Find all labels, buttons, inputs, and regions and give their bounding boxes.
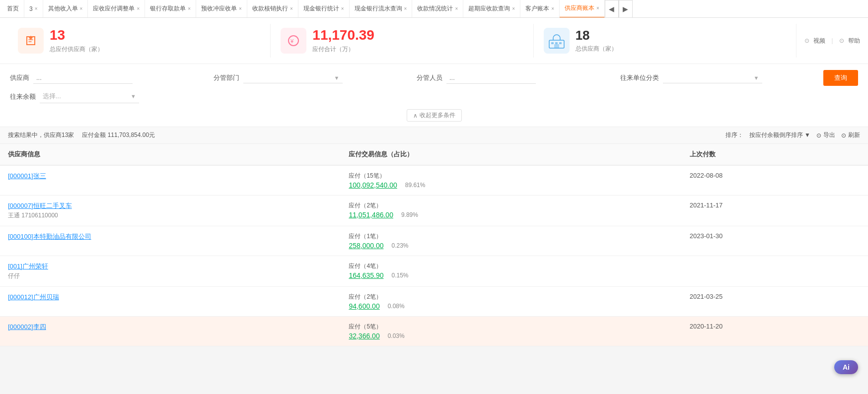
export-button[interactable]: ⊙ 导出	[816, 131, 835, 139]
summary-bar: 13 总应付供应商（家） ¥ 11,170.39 应付合计（万）	[0, 18, 868, 64]
nav-tab-cash-bank-stat-close[interactable]: ×	[341, 6, 344, 11]
query-button[interactable]: 查询	[823, 70, 858, 86]
nav-tab-supplier-ledger-close[interactable]: ×	[596, 5, 599, 11]
filter-person: 分管人员	[417, 72, 612, 84]
supplier-filter-label: 供应商	[10, 73, 29, 82]
payable-amount-4[interactable]: 164,635.90	[349, 271, 383, 279]
total-payable-info: 11,170.39 应付合计（万）	[312, 28, 374, 54]
supplier-link-4[interactable]: [001]广州荣轩	[8, 262, 349, 271]
person-filter-input[interactable]	[446, 72, 536, 84]
payable-amount-1[interactable]: 100,092,540.00	[349, 181, 397, 189]
nav-tab-collection-stat[interactable]: 收款情况统计 ×	[412, 0, 463, 18]
svg-rect-0	[23, 33, 39, 49]
lastpay-cell-3: 2023-01-30	[690, 231, 860, 241]
collapse-bar: ∧ 收起更多条件	[10, 107, 858, 123]
supplier-sub-4: 仔仔	[8, 272, 349, 280]
nav-tab-3-close[interactable]: ×	[35, 6, 38, 11]
supplier-cell-6: [000002]李四	[8, 322, 349, 332]
total-payable-number: 11,170.39	[312, 28, 374, 43]
sort-select[interactable]: 按应付余额倒序排序 ▼	[749, 131, 810, 139]
nav-tab-home[interactable]: 首页	[2, 0, 24, 18]
result-actions: 排序： 按应付余额倒序排序 ▼ ⊙ 导出 ⊙ 刷新	[725, 131, 860, 139]
payable-cell-1: 应付（15笔） 100,092,540.00 89.61%	[349, 171, 689, 190]
supplier-link-5[interactable]: [000012]广州贝瑞	[8, 293, 349, 302]
nav-tab-advance-offset-label: 预收冲应收单	[201, 4, 237, 13]
payable-cell-3: 应付（1笔） 258,000.00 0.23%	[349, 231, 689, 251]
lastpay-cell-2: 2021-11-17	[690, 200, 860, 210]
payable-label-1: 应付（15笔）	[349, 172, 689, 180]
nav-tab-bank-deposit[interactable]: 银行存取款单 ×	[145, 0, 196, 18]
filter-dept: 分管部门 ▼	[214, 73, 409, 83]
supplier-table: 供应商信息 应付交易信息（占比） 上次付数 [000001]张三 应付（15笔）…	[0, 144, 868, 346]
category-dropdown-icon: ▼	[754, 75, 759, 81]
payable-amount-3[interactable]: 258,000.00	[349, 242, 383, 250]
dept-filter-label: 分管部门	[214, 73, 239, 82]
payable-amount-2[interactable]: 11,051,486.00	[349, 211, 393, 219]
nav-tab-cash-bank-stat[interactable]: 现金银行统计 ×	[298, 0, 350, 18]
table-row: [000100]本特勤油品有限公司 应付（1笔） 258,000.00 0.23…	[0, 226, 868, 256]
total-payable-label: 应付合计（万）	[312, 45, 374, 54]
nav-tab-payment-verify[interactable]: 收款核销执行 ×	[247, 0, 298, 18]
summary-card-payable-suppliers: 13 总应付供应商（家）	[8, 24, 271, 58]
nav-tab-cash-bank-query-close[interactable]: ×	[404, 6, 407, 11]
total-suppliers-info: 18 总供应商（家）	[576, 28, 617, 53]
filter-balance: 往来余额 选择... ▼	[10, 90, 858, 103]
nav-tab-ar-ap-adjust-close[interactable]: ×	[137, 6, 140, 11]
payable-row-2: 11,051,486.00 9.89%	[349, 210, 689, 219]
nav-tab-customer-ledger-close[interactable]: ×	[551, 6, 554, 11]
nav-tab-advance-offset[interactable]: 预收冲应收单 ×	[196, 0, 247, 18]
collapse-button[interactable]: ∧ 收起更多条件	[407, 109, 462, 122]
category-filter-select[interactable]: ▼	[663, 73, 762, 83]
supplier-link-6[interactable]: [000002]李四	[8, 323, 349, 331]
supplier-link-1[interactable]: [000001]张三	[8, 172, 349, 181]
payable-amount-5[interactable]: 94,600.00	[349, 302, 379, 310]
total-suppliers-label: 总供应商（家）	[576, 45, 617, 53]
nav-tab-supplier-ledger-label: 供应商账本	[565, 4, 594, 12]
nav-tab-cash-bank-query[interactable]: 现金银行流水查询 ×	[350, 0, 413, 18]
supplier-link-2[interactable]: [000007]恒旺二手叉车	[8, 201, 349, 210]
supplier-cell-3: [000100]本特勤油品有限公司	[8, 231, 349, 242]
supplier-sub-2: 王通 17106110000	[8, 211, 349, 220]
nav-tab-customer-ledger-label: 客户账本	[525, 4, 549, 13]
refresh-button[interactable]: ⊙ 刷新	[841, 131, 860, 139]
help-link[interactable]: 帮助	[848, 37, 860, 45]
nav-tab-collection-stat-close[interactable]: ×	[455, 6, 458, 11]
nav-tab-payment-verify-close[interactable]: ×	[290, 6, 293, 11]
nav-tab-3[interactable]: 3 ×	[24, 0, 43, 18]
nav-right-arrow[interactable]: ▶	[619, 0, 633, 18]
filter-supplier: 供应商	[10, 72, 206, 84]
supplier-filter-input[interactable]	[33, 72, 133, 84]
nav-tab-bank-deposit-label: 银行存取款单	[150, 4, 186, 13]
last-pay-date-5: 2021-03-25	[690, 293, 860, 300]
dept-filter-select[interactable]: ▼	[243, 73, 343, 83]
result-bar: 搜索结果中，供应商13家 应付金额 111,703,854.00元 排序： 按应…	[0, 127, 868, 144]
nav-tab-other-income-close[interactable]: ×	[80, 6, 83, 11]
nav-tab-customer-ledger[interactable]: 客户账本 ×	[520, 0, 560, 18]
header-last-pay: 上次付数	[690, 149, 860, 160]
result-supplier-count: 搜索结果中，供应商13家	[8, 131, 74, 139]
nav-tab-ar-ap-adjust[interactable]: 应收应付调整单 ×	[88, 0, 145, 18]
nav-tab-home-label: 首页	[7, 4, 19, 13]
filter-row-2: 往来余额 选择... ▼	[10, 90, 858, 103]
collapse-icon: ∧	[413, 112, 418, 119]
video-link[interactable]: 视频	[813, 37, 825, 45]
payable-cell-6: 应付（5笔） 32,366.00 0.03%	[349, 322, 689, 341]
last-pay-date-2: 2021-11-17	[690, 201, 860, 209]
circle-icon2: ⊙	[839, 37, 844, 44]
top-navigation: 首页 3 × 其他收入单 × 应收应付调整单 × 银行存取款单 × 预收冲应收单…	[0, 0, 868, 18]
supplier-cell-2: [000007]恒旺二手叉车 王通 17106110000	[8, 200, 349, 221]
nav-tab-advance-offset-close[interactable]: ×	[239, 6, 242, 11]
nav-left-arrow[interactable]: ◀	[605, 0, 619, 18]
payable-label-6: 应付（5笔）	[349, 323, 689, 331]
nav-tab-overdue-ar[interactable]: 超期应收款查询 ×	[463, 0, 520, 18]
nav-tab-overdue-ar-close[interactable]: ×	[512, 6, 515, 11]
payable-row-5: 94,600.00 0.08%	[349, 301, 689, 310]
table-row: [000001]张三 应付（15笔） 100,092,540.00 89.61%…	[0, 166, 868, 196]
export-icon: ⊙	[816, 132, 821, 139]
balance-filter-select[interactable]: 选择... ▼	[40, 90, 139, 103]
supplier-link-3[interactable]: [000100]本特勤油品有限公司	[8, 232, 349, 241]
nav-tab-other-income[interactable]: 其他收入单 ×	[43, 0, 88, 18]
nav-tab-bank-deposit-close[interactable]: ×	[188, 6, 191, 11]
payable-amount-6[interactable]: 32,366.00	[349, 332, 379, 340]
nav-tab-supplier-ledger[interactable]: 供应商账本 ×	[560, 0, 605, 18]
